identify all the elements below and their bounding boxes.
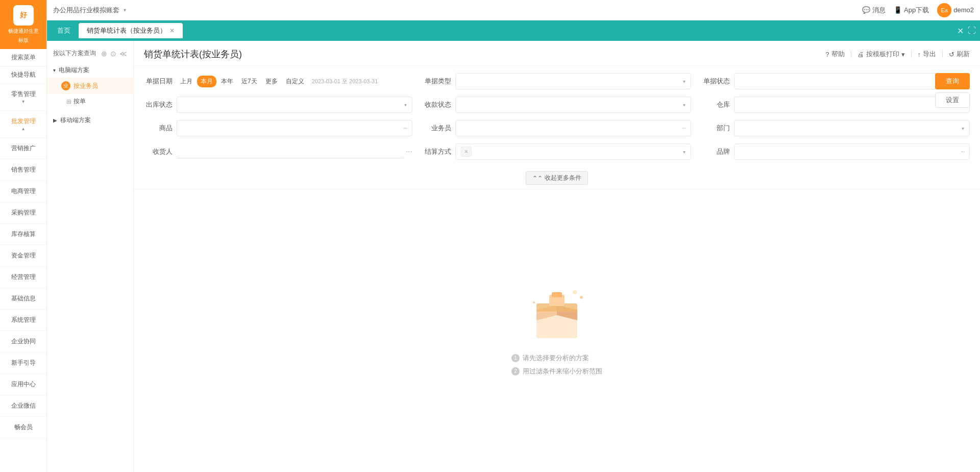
breadcrumb: 办公用品行业模拟账套 [53, 6, 119, 15]
action-separator-2 [911, 51, 912, 58]
sidebar-item-operation[interactable]: 经营管理 [0, 267, 46, 288]
payment-tag-clear-icon[interactable]: × [464, 148, 468, 155]
plan-item-by-salesman[interactable]: 业 按业务员 [47, 78, 133, 94]
logo-version: 标版 [18, 37, 29, 44]
date-options-row: 上月 本月 本年 近7天 更多 自定义 2023-03-01 至 2023-03… [177, 76, 412, 87]
sidebar-item-basic[interactable]: 基础信息 [0, 288, 46, 310]
pc-plan-arrow-icon: ▾ [53, 67, 56, 73]
sidebar-item-member[interactable]: 畅会员 [0, 417, 46, 438]
refresh-button[interactable]: ↺ 刷新 [949, 50, 970, 59]
goods-label: 商品 [144, 124, 173, 133]
breadcrumb-dropdown-icon[interactable]: ▾ [124, 7, 126, 13]
warehouse-control[interactable]: ··· [734, 97, 970, 113]
salesman-select[interactable]: ··· [455, 120, 691, 136]
sidebar-item-corpwx[interactable]: 企业微信 [0, 395, 46, 417]
print-icon: 🖨 [857, 51, 864, 58]
sidebar-item-appcenter[interactable]: 应用中心 [0, 374, 46, 395]
payment-select[interactable]: × ▾ [455, 144, 691, 160]
consignee-input[interactable] [177, 146, 404, 158]
doc-status-select[interactable]: ▾ [734, 73, 970, 89]
export-button[interactable]: ↑ 导出 [918, 50, 937, 59]
collapse-panel-icon[interactable]: ≪ [119, 50, 127, 58]
date-opt-this-month[interactable]: 本月 [197, 76, 216, 87]
date-filter-label: 单据日期 [144, 77, 173, 86]
page-actions: ? 帮助 🖨 按模板打印 ▾ ↑ 导出 [825, 50, 970, 59]
date-opt-this-year[interactable]: 本年 [217, 76, 237, 87]
doc-status-control[interactable]: ▾ [734, 73, 970, 89]
sidebar-item-wholesale[interactable]: 批发管理 ▴ [0, 111, 46, 138]
receipt-status-select[interactable]: ▾ [455, 97, 691, 113]
export-icon: ↑ [918, 51, 921, 58]
dept-label: 部门 [701, 124, 730, 133]
out-status-select[interactable]: ▾ [177, 97, 412, 113]
app-download-button[interactable]: 📱 App下载 [894, 6, 929, 15]
search-menu[interactable]: 搜索菜单 [0, 49, 46, 66]
quick-nav[interactable]: 快捷导航 [0, 66, 46, 84]
filter-grid: 单据日期 上月 本月 本年 近7天 更多 自定义 2023-03-01 至 20… [144, 73, 970, 160]
right-panel: 销货单统计表(按业务员) ? 帮助 🖨 按模板打印 ▾ ↑ [134, 41, 980, 472]
sidebar-item-system[interactable]: 系统管理 [0, 310, 46, 331]
consignee-control[interactable] [177, 146, 404, 158]
date-opt-last7[interactable]: 近7天 [238, 76, 261, 87]
settings-plan-icon[interactable]: ⊙ [110, 50, 116, 58]
brand-control[interactable]: ··· [734, 144, 970, 160]
goods-dots-icon: ··· [403, 124, 407, 133]
date-opt-custom[interactable]: 自定义 [282, 76, 308, 87]
consignee-label: 收货人 [144, 147, 173, 156]
dept-select[interactable]: ▾ [734, 120, 970, 136]
sidebar-item-enterprise[interactable]: 企业协同 [0, 331, 46, 352]
tab-home[interactable]: 首页 [51, 23, 77, 38]
empty-hint-1: 1 请先选择要分析的方案 [511, 353, 602, 363]
doc-type-select[interactable]: ▾ [455, 73, 691, 89]
salesman-control[interactable]: ··· [455, 120, 691, 136]
help-button[interactable]: ? 帮助 [825, 50, 844, 59]
pc-plan-group-header[interactable]: ▾ 电脑端方案 [47, 63, 133, 78]
action-separator-3 [942, 51, 943, 58]
sidebar-item-marketing[interactable]: 营销推广 [0, 138, 46, 159]
tab-close-icon[interactable]: ✕ [169, 27, 175, 34]
out-status-control[interactable]: ▾ [177, 97, 412, 113]
sidebar-item-inventory[interactable]: 库存核算 [0, 224, 46, 245]
receipt-status-control[interactable]: ▾ [455, 97, 691, 113]
tab-close-window-icon[interactable]: ✕ [957, 26, 964, 36]
brand-select[interactable]: ··· [734, 144, 970, 160]
date-opt-more[interactable]: 更多 [262, 76, 281, 87]
sidebar-item-finance[interactable]: 资金管理 [0, 245, 46, 267]
user-name: demo2 [953, 6, 974, 14]
sidebar-item-newguide[interactable]: 新手引导 [0, 352, 46, 374]
empty-hint-text-2: 用过滤条件来缩小分析范围 [523, 367, 602, 376]
print-button[interactable]: 🖨 按模板打印 ▾ [857, 50, 905, 59]
app-download-label: App下载 [904, 6, 929, 15]
doc-status-filter-item: 单据状态 ▾ [701, 73, 970, 89]
sidebar-item-sales[interactable]: 销售管理 [0, 159, 46, 181]
sidebar-item-retail[interactable]: 零售管理 ▾ [0, 84, 46, 111]
plan-item-by-order[interactable]: ⊞ 按单 [47, 94, 133, 109]
doc-type-control[interactable]: ▾ [455, 73, 691, 89]
dept-control[interactable]: ▾ [734, 120, 970, 136]
svg-point-7 [533, 301, 535, 303]
date-opt-last-month[interactable]: 上月 [177, 76, 196, 87]
tab-maximize-icon[interactable]: ⛶ [968, 26, 976, 36]
sidebar-item-ecommerce[interactable]: 电商管理 [0, 181, 46, 202]
collapse-conditions-button[interactable]: ⌃⌃ 收起更多条件 [526, 171, 588, 185]
plan-item-by-salesman-label: 按业务员 [74, 82, 98, 90]
consignee-dots-icon[interactable]: ··· [406, 147, 412, 156]
doc-status-label: 单据状态 [701, 77, 730, 86]
tab-sales-stat[interactable]: 销货单统计表（按业务员） ✕ [79, 23, 183, 38]
goods-select[interactable]: ··· [177, 120, 412, 136]
goods-control[interactable]: ··· [177, 120, 412, 136]
user-profile[interactable]: Ea demo2 [937, 3, 974, 17]
sidebar-item-purchase[interactable]: 采购管理 [0, 202, 46, 224]
mobile-plan-label: 移动端方案 [60, 116, 91, 125]
payment-control[interactable]: × ▾ [455, 144, 691, 160]
print-dropdown-icon: ▾ [901, 51, 905, 58]
mobile-plan-group-header[interactable]: ▶ 移动端方案 [47, 113, 133, 128]
settings-button[interactable]: 设置 [935, 92, 970, 108]
query-button[interactable]: 查询 [935, 73, 970, 89]
warehouse-select[interactable]: ··· [734, 97, 970, 113]
tabbar-right: ✕ ⛶ [957, 26, 976, 36]
search-menu-label[interactable]: 搜索菜单 [3, 53, 43, 62]
message-button[interactable]: 💬 消息 [862, 6, 886, 15]
brand-dots-icon: ··· [961, 147, 964, 156]
add-plan-icon[interactable]: ⊕ [101, 50, 107, 58]
